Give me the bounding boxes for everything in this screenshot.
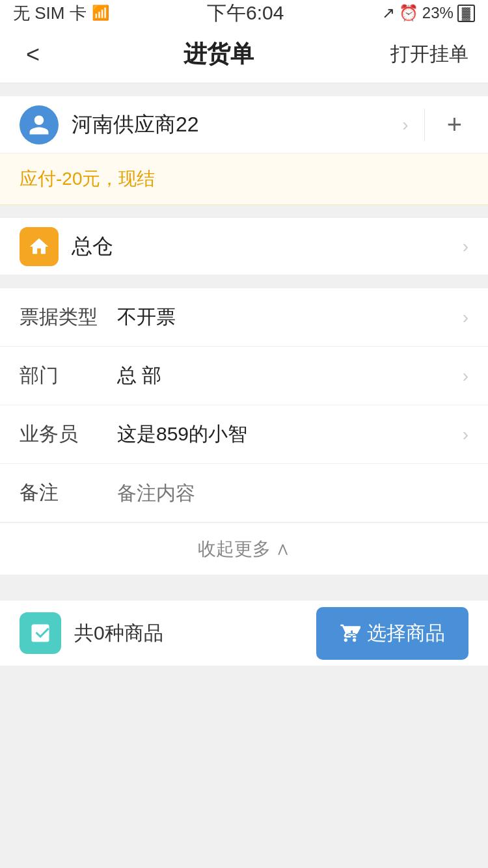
status-bar: 无 SIM 卡 📶 下午6:04 ↗ ⏰ 23% ▓ (0, 0, 488, 26)
open-pending-button[interactable]: 打开挂单 (390, 41, 468, 68)
bottom-bar: 共0种商品 选择商品 (0, 601, 488, 666)
warehouse-label: 总仓 (72, 232, 463, 261)
remark-row[interactable]: 备注 (0, 464, 488, 522)
section-gap-2 (0, 205, 488, 218)
vertical-divider (424, 109, 425, 141)
dept-label: 部门 (20, 362, 104, 389)
warning-banner: 应付-20元，现结 (0, 154, 488, 205)
supplier-avatar (20, 105, 59, 144)
invoice-row[interactable]: 票据类型 不开票 › (0, 288, 488, 347)
section-gap-1 (0, 83, 488, 96)
dept-chevron-icon: › (463, 366, 468, 387)
battery-icon: ▓ (457, 5, 475, 22)
collapse-label: 收起更多 ∧ (198, 537, 291, 562)
product-icon (29, 621, 52, 645)
dept-row[interactable]: 部门 总 部 › (0, 347, 488, 405)
section-gap-3 (0, 275, 488, 288)
warehouse-chevron-icon: › (463, 236, 468, 257)
dept-value: 总 部 (104, 362, 463, 389)
sales-row[interactable]: 业务员 这是859的小智 › (0, 405, 488, 464)
user-icon (27, 113, 51, 137)
collapse-button[interactable]: 收起更多 ∧ (0, 522, 488, 575)
sim-status: 无 SIM 卡 (13, 2, 87, 25)
nav-bar: < 进货单 打开挂单 (0, 26, 488, 83)
remark-input[interactable] (104, 482, 468, 504)
select-btn-label: 选择商品 (367, 620, 445, 647)
alarm-icon: ⏰ (399, 4, 418, 22)
warning-text: 应付-20元，现结 (20, 169, 155, 189)
status-left: 无 SIM 卡 📶 (13, 2, 109, 25)
warehouse-row[interactable]: 总仓 › (0, 218, 488, 275)
battery-status: 23% (422, 4, 454, 22)
supplier-row[interactable]: 河南供应商22 › + (0, 96, 488, 154)
location-icon: ↗ (382, 4, 395, 22)
supplier-chevron-icon: › (402, 115, 408, 135)
supplier-name: 河南供应商22 (72, 111, 402, 139)
select-product-button[interactable]: 选择商品 (316, 607, 468, 660)
sales-label: 业务员 (20, 421, 104, 448)
invoice-value: 不开票 (104, 304, 463, 331)
status-right: ↗ ⏰ 23% ▓ (382, 4, 475, 22)
warehouse-icon-bg (20, 227, 59, 266)
product-count: 共0种商品 (74, 620, 316, 647)
remark-label: 备注 (20, 480, 104, 506)
invoice-chevron-icon: › (463, 307, 468, 328)
invoice-label: 票据类型 (20, 304, 104, 331)
status-time: 下午6:04 (207, 0, 284, 27)
product-icon-bg (20, 612, 61, 654)
sales-value: 这是859的小智 (104, 421, 463, 448)
section-gap-4 (0, 575, 488, 588)
form-section: 票据类型 不开票 › 部门 总 部 › 业务员 这是859的小智 › 备注 收起… (0, 288, 488, 575)
wifi-icon: 📶 (92, 5, 109, 21)
warehouse-icon (28, 236, 50, 258)
cart-icon (340, 623, 360, 644)
sales-chevron-icon: › (463, 424, 468, 445)
add-supplier-button[interactable]: + (441, 110, 468, 139)
back-button[interactable]: < (20, 34, 46, 75)
page-title: 进货单 (183, 38, 254, 70)
supplier-card: 河南供应商22 › + 应付-20元，现结 (0, 96, 488, 205)
